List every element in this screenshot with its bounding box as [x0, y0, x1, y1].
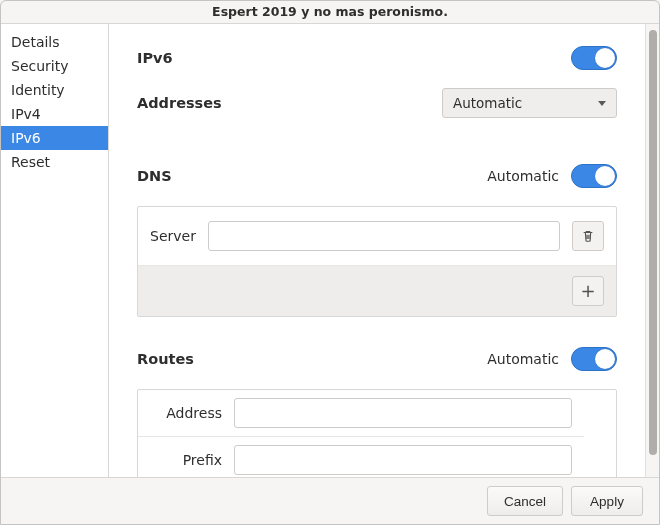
- dns-card: Server +: [137, 206, 617, 317]
- window-body: Details Security Identity IPv4 IPv6 Rese…: [1, 23, 659, 478]
- routes-automatic-label: Automatic: [487, 351, 559, 367]
- ipv6-row: IPv6: [137, 46, 617, 70]
- window-title: Espert 2019 y no mas peronismo.: [1, 1, 659, 23]
- dns-add-row: +: [138, 265, 616, 316]
- toggle-knob: [595, 349, 615, 369]
- content-scrollbar[interactable]: [645, 24, 659, 477]
- route-prefix-label: Prefix: [150, 452, 222, 468]
- footer: Cancel Apply: [1, 478, 659, 524]
- sidebar: Details Security Identity IPv4 IPv6 Rese…: [1, 24, 109, 477]
- sidebar-item-details[interactable]: Details: [1, 30, 108, 54]
- sidebar-item-identity[interactable]: Identity: [1, 78, 108, 102]
- dns-row: DNS Automatic: [137, 164, 617, 188]
- addresses-row: Addresses Automatic: [137, 88, 617, 118]
- scrollbar-thumb[interactable]: [649, 30, 657, 455]
- sidebar-item-reset[interactable]: Reset: [1, 150, 108, 174]
- dns-server-row: Server: [138, 207, 616, 265]
- content-pane: IPv6 Addresses Automatic DNS: [109, 24, 645, 477]
- apply-button[interactable]: Apply: [571, 486, 643, 516]
- dns-automatic-toggle[interactable]: [571, 164, 617, 188]
- route-prefix-row: Prefix: [138, 436, 584, 477]
- addresses-heading: Addresses: [137, 95, 222, 111]
- routes-heading: Routes: [137, 351, 194, 367]
- settings-window: Espert 2019 y no mas peronismo. Details …: [0, 0, 660, 525]
- ipv6-toggle[interactable]: [571, 46, 617, 70]
- sidebar-item-ipv4[interactable]: IPv4: [1, 102, 108, 126]
- trash-icon: [581, 229, 595, 243]
- addresses-combo-value: Automatic: [453, 95, 522, 111]
- dns-add-button[interactable]: +: [572, 276, 604, 306]
- content-wrap: IPv6 Addresses Automatic DNS: [109, 24, 659, 477]
- dns-delete-button[interactable]: [572, 221, 604, 251]
- route-address-row: Address: [138, 390, 584, 436]
- dns-server-input[interactable]: [208, 221, 560, 251]
- route-address-input[interactable]: [234, 398, 572, 428]
- cancel-button[interactable]: Cancel: [487, 486, 563, 516]
- addresses-combo[interactable]: Automatic: [442, 88, 617, 118]
- toggle-knob: [595, 166, 615, 186]
- toggle-knob: [595, 48, 615, 68]
- routes-card: Address Prefix Gateway: [137, 389, 617, 477]
- routes-row: Routes Automatic: [137, 347, 617, 371]
- ipv6-heading: IPv6: [137, 50, 173, 66]
- routes-automatic-toggle[interactable]: [571, 347, 617, 371]
- plus-icon: +: [580, 284, 595, 298]
- dns-server-label: Server: [150, 228, 196, 244]
- dns-automatic-label: Automatic: [487, 168, 559, 184]
- sidebar-item-ipv6[interactable]: IPv6: [1, 126, 108, 150]
- chevron-down-icon: [598, 101, 606, 106]
- dns-heading: DNS: [137, 168, 172, 184]
- route-address-label: Address: [150, 405, 222, 421]
- route-prefix-input[interactable]: [234, 445, 572, 475]
- sidebar-item-security[interactable]: Security: [1, 54, 108, 78]
